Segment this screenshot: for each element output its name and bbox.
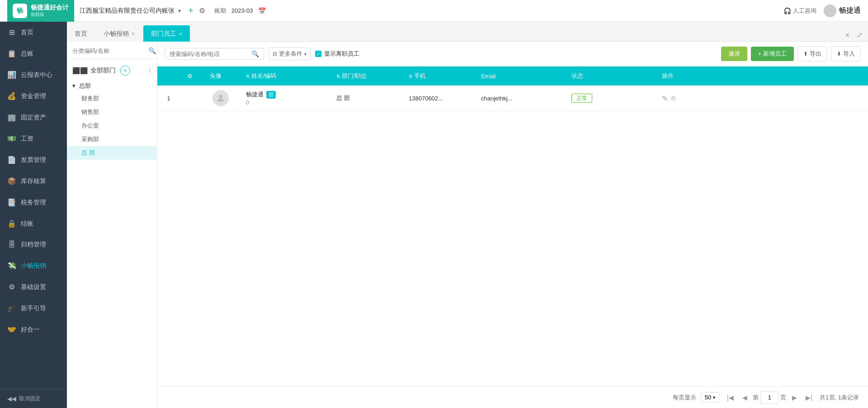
dept-item-sales[interactable]: 销售部 <box>67 105 157 119</box>
basic-icon: ⚙ <box>7 283 16 291</box>
pagination: 每页显示 50 ▾ |◀ ◀ 第 页 ▶ ▶| 共1页, 1条记录 <box>157 386 868 408</box>
col-phone[interactable]: ⇅ 手机 <box>401 66 474 85</box>
filter-button[interactable]: ⊟ 更多条件 ▾ <box>269 47 311 60</box>
dept-collapse-button[interactable]: 《 <box>146 67 151 75</box>
sidebar-item-ledger[interactable]: 📋 总账 <box>0 43 67 64</box>
employee-search-input[interactable] <box>170 51 249 57</box>
logout-button[interactable]: ⎋ <box>671 94 676 102</box>
show-resigned-checkbox[interactable]: ✓ 显示离职员工 <box>315 50 359 58</box>
sidebar-item-inventory[interactable]: 📦 库存核算 <box>0 171 67 192</box>
invite-button[interactable]: 邀请 <box>721 47 747 61</box>
sidebar-label-ledger: 总账 <box>21 50 33 58</box>
settings-icon[interactable]: ⚙ <box>199 6 205 15</box>
tab-close-button[interactable]: × <box>844 29 851 41</box>
sidebar-label-salary: 工资 <box>21 135 33 143</box>
export-button[interactable]: ⬆ 导出 <box>797 46 827 62</box>
tab-home[interactable]: 首页 <box>67 25 95 42</box>
cell-phone: 138070602... <box>401 85 474 111</box>
sidebar-item-invoice[interactable]: 📄 发票管理 <box>0 149 67 171</box>
page-size-selector[interactable]: 50 ▾ <box>701 392 719 403</box>
pin-icon: ◀◀ <box>7 395 16 402</box>
sidebar-label-funds: 资金管理 <box>21 92 46 100</box>
col-dept[interactable]: ⇅ 部门/职位 <box>329 66 401 85</box>
dept-edit-button[interactable]: ✎ <box>120 66 130 76</box>
checkbox-box: ✓ <box>315 51 321 57</box>
user-area[interactable]: 畅捷通 <box>824 5 861 17</box>
cell-status: 正常 <box>564 85 655 111</box>
checkmark-icon: ✓ <box>316 52 320 57</box>
sidebar-item-assets[interactable]: 🏢 固定资产 <box>0 107 67 128</box>
right-panel: 🔍 ⊟ 更多条件 ▾ ✓ 显示离职员工 <box>157 42 868 408</box>
company-selector[interactable]: 江西服宝精品有限责任公司内账张 ▾ <box>80 7 181 15</box>
tab-expand-button[interactable]: ⤢ <box>855 29 864 41</box>
col-actions: 操作 <box>655 66 868 85</box>
page-content: 🔍 ⬛⬛ 全部部门 ✎ 《 ▾ 总部 财务部 <box>67 42 868 408</box>
col-num <box>157 66 180 85</box>
search-icon[interactable]: 🔍 <box>251 50 259 57</box>
import-button[interactable]: ⬇ 导入 <box>831 46 861 62</box>
page-navigation: |◀ ◀ 第 页 ▶ ▶| <box>724 391 815 404</box>
sidebar-label-assets: 固定资产 <box>21 114 46 122</box>
sidebar-item-partner[interactable]: 🤝 好合一 <box>0 319 67 340</box>
pin-toggle[interactable]: ◀◀ 取消固定 <box>0 389 67 408</box>
content-area: 首页 小畅报销 × 部门员工 × × ⤢ 🔍 <box>67 22 868 408</box>
calendar-icon[interactable]: 📅 <box>258 7 266 14</box>
cell-dept: 总 部 <box>329 85 401 111</box>
cell-num: 1 <box>157 85 180 111</box>
page-label: 页 <box>780 394 786 402</box>
tab-dept[interactable]: 部门员工 × <box>143 25 190 42</box>
sidebar-label-reports: 云报表中心 <box>21 71 52 79</box>
page-size-value: 50 <box>705 394 711 401</box>
close-account-icon: 🔒 <box>7 219 16 228</box>
tab-expense[interactable]: 小畅报销 × <box>96 25 142 42</box>
sidebar-item-reports[interactable]: 📊 云报表中心 <box>0 64 67 85</box>
sidebar-item-funds[interactable]: 💰 资金管理 <box>0 85 67 107</box>
col-name[interactable]: ⇅ 姓名/编码 <box>239 66 329 85</box>
page-number-input[interactable] <box>760 391 778 404</box>
sidebar-label-close: 结账 <box>21 220 33 228</box>
sidebar-item-archive[interactable]: 🗄 归档管理 <box>0 234 67 255</box>
col-settings[interactable]: ⚙ <box>180 66 203 85</box>
prev-page-button[interactable]: ◀ <box>738 391 751 404</box>
dept-item-hq[interactable]: ▾ 总部 <box>67 80 157 92</box>
user-name: 畅捷通 <box>839 6 861 15</box>
user-avatar <box>824 5 836 17</box>
sidebar-item-guide[interactable]: 🎓 新手引导 <box>0 298 67 319</box>
dept-item-office[interactable]: 办公室 <box>67 119 157 133</box>
dept-item-finance[interactable]: 财务部 <box>67 92 157 105</box>
dept-item-purchase[interactable]: 采购部 <box>67 133 157 146</box>
dept-search-icon[interactable]: 🔍 <box>148 47 156 54</box>
sidebar-item-close[interactable]: 🔒 结账 <box>0 213 67 234</box>
edit-button[interactable]: ✎ <box>662 94 668 103</box>
tab-expense-close[interactable]: × <box>132 31 135 37</box>
last-page-button[interactable]: ▶| <box>802 391 815 404</box>
sidebar-item-home[interactable]: ⊞ 首页 <box>0 22 67 43</box>
col-status: 状态 <box>564 66 655 85</box>
all-dept-header[interactable]: ⬛⬛ 全部部门 ✎ 《 <box>67 63 157 78</box>
cell-avatar <box>203 85 239 111</box>
tab-dept-close[interactable]: × <box>179 31 182 37</box>
settings-col-icon[interactable]: ⚙ <box>187 73 193 80</box>
add-employee-button[interactable]: + 新增员工 <box>751 47 794 61</box>
emp-badge: 部 <box>266 91 276 99</box>
export-icon: ⬆ <box>803 51 808 57</box>
dropdown-arrow-icon[interactable]: ▾ <box>178 8 181 14</box>
support-button[interactable]: 🎧 人工咨询 <box>783 7 816 15</box>
sidebar-item-basic[interactable]: ⚙ 基础设置 <box>0 276 67 298</box>
next-page-button[interactable]: ▶ <box>788 391 801 404</box>
sidebar-item-salary[interactable]: 💵 工资 <box>0 128 67 149</box>
funds-icon: 💰 <box>7 92 16 100</box>
partner-icon: 🤝 <box>7 325 16 334</box>
employee-name: 畅捷通 <box>246 90 264 99</box>
dept-tree: ▾ 总部 财务部 销售部 办公室 采购部 <box>67 78 157 161</box>
employee-search-box[interactable]: 🔍 <box>165 48 264 60</box>
add-account-button[interactable]: + <box>188 5 193 16</box>
sidebar-label-xiaochang: 小畅报销 <box>21 262 46 270</box>
dept-item-general[interactable]: 总 部 <box>67 146 157 160</box>
page-size-label: 每页显示 <box>673 394 696 402</box>
first-page-button[interactable]: |◀ <box>724 391 736 404</box>
sidebar-item-xiaochang[interactable]: 💸 小畅报销 <box>0 255 67 276</box>
headset-icon: 🎧 <box>783 7 791 14</box>
sidebar-item-tax[interactable]: 📑 税务管理 <box>0 192 67 213</box>
dept-search-input[interactable] <box>72 47 148 54</box>
